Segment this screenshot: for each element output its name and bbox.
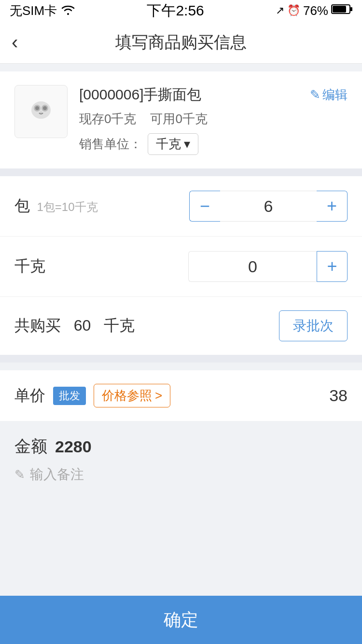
price-ref-arrow: > — [155, 388, 162, 403]
status-right: ↗ ⏰ 76% — [276, 3, 352, 18]
bag-label: 包 — [14, 197, 30, 214]
kg-qty-control: + — [188, 251, 348, 282]
product-stock: 现存0千克 可用0千克 — [79, 111, 348, 127]
edit-button[interactable]: ✎ 编辑 — [310, 86, 348, 103]
price-row: 单价 批发 价格参照 > 38 — [14, 384, 348, 407]
battery-icon — [331, 4, 352, 17]
page-title: 填写商品购买信息 — [115, 31, 247, 54]
bag-input-section: 包 1包=10千克 − + 千克 + — [0, 176, 362, 297]
price-value: 38 — [329, 386, 348, 405]
dropdown-icon: ▾ — [184, 137, 190, 152]
wifi-icon — [61, 3, 75, 18]
svg-point-6 — [35, 106, 39, 110]
alarm-icon: ⏰ — [287, 4, 300, 17]
price-batch-tag: 批发 — [53, 387, 86, 405]
bag-input-row: 包 1包=10千克 − + — [0, 176, 362, 237]
back-icon: ‹ — [12, 31, 18, 53]
unit-select[interactable]: 千克 ▾ — [148, 133, 198, 155]
status-time: 下午2:56 — [147, 1, 204, 21]
amount-section: 金额 2280 ✎ 输入备注 — [0, 421, 362, 493]
kg-increment-button[interactable]: + — [317, 251, 348, 282]
price-section: 单价 批发 价格参照 > 38 — [0, 370, 362, 421]
battery-text: 76% — [303, 3, 328, 18]
bottom-space — [0, 493, 362, 551]
bag-sub-label: 1包=10千克 — [37, 200, 97, 213]
bag-increment-button[interactable]: + — [317, 191, 348, 222]
status-carrier: 无SIM卡 — [10, 2, 75, 19]
product-image — [14, 85, 68, 138]
section-divider-1 — [0, 168, 362, 176]
edit-icon: ✎ — [310, 87, 320, 102]
kg-input-row: 千克 + — [0, 237, 362, 297]
price-ref-button[interactable]: 价格参照 > — [94, 384, 170, 407]
bag-qty-input[interactable] — [220, 191, 317, 222]
nav-bar: ‹ 填写商品购买信息 — [0, 21, 362, 64]
svg-point-7 — [43, 106, 47, 110]
remark-row[interactable]: ✎ 输入备注 — [14, 465, 348, 484]
product-owl-icon — [27, 95, 56, 128]
product-info: [0000006]手撕面包 ✎ 编辑 现存0千克 可用0千克 销售单位： 千克 … — [79, 85, 348, 155]
svg-point-3 — [31, 101, 51, 119]
location-icon: ↗ — [276, 4, 284, 17]
price-label-row: 单价 批发 价格参照 > — [14, 384, 170, 407]
bag-label-group: 包 1包=10千克 — [14, 196, 98, 217]
carrier-text: 无SIM卡 — [10, 2, 57, 19]
svg-rect-1 — [350, 7, 352, 11]
confirm-button[interactable]: 确定 — [0, 596, 362, 644]
product-unit-row: 销售单位： 千克 ▾ — [79, 133, 348, 155]
product-name: [0000006]手撕面包 — [79, 85, 201, 105]
record-batch-button[interactable]: 录批次 — [279, 310, 348, 341]
remark-placeholder: 输入备注 — [30, 465, 84, 484]
section-divider-2 — [0, 355, 362, 363]
product-card: [0000006]手撕面包 ✎ 编辑 现存0千克 可用0千克 销售单位： 千克 … — [0, 71, 362, 168]
amount-row: 金额 2280 — [14, 435, 348, 458]
total-text: 共购买 60 千克 — [14, 315, 135, 336]
remark-icon: ✎ — [14, 467, 25, 482]
bag-qty-control: − + — [189, 191, 348, 222]
status-bar: 无SIM卡 下午2:56 ↗ ⏰ 76% — [0, 0, 362, 21]
product-name-row: [0000006]手撕面包 ✎ 编辑 — [79, 85, 348, 105]
svg-rect-2 — [333, 6, 346, 13]
back-button[interactable]: ‹ — [12, 31, 18, 53]
total-row: 共购买 60 千克 录批次 — [0, 297, 362, 355]
kg-qty-input[interactable] — [188, 251, 317, 282]
kg-label: 千克 — [14, 256, 45, 277]
bag-decrement-button[interactable]: − — [189, 191, 220, 222]
